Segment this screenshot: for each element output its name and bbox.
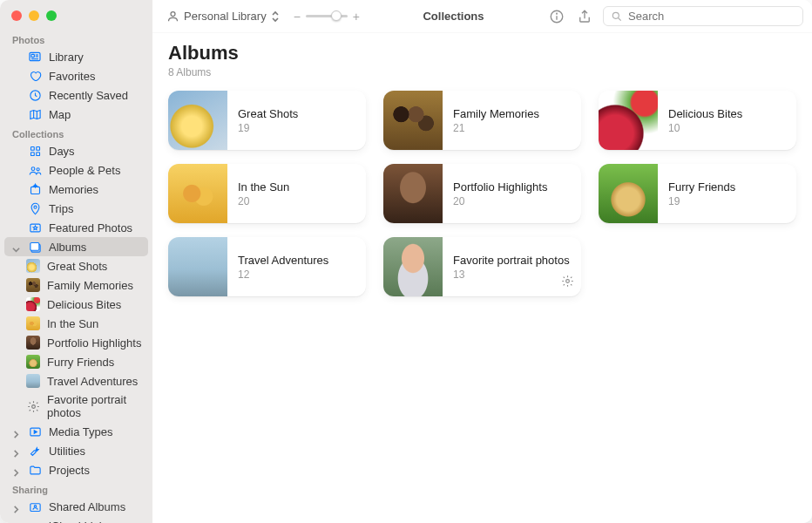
album-card-in-the-sun[interactable]: In the Sun20 — [168, 164, 366, 223]
album-count: 19 — [238, 122, 355, 134]
sidebar-item-favorites[interactable]: Favorites — [0, 66, 152, 85]
sidebar-item-label: Family Memories — [47, 279, 133, 292]
pin-icon — [28, 201, 42, 215]
svg-point-12 — [31, 166, 35, 170]
person-icon — [166, 10, 179, 23]
heart-icon — [28, 69, 42, 83]
sidebar-item-label: Library — [49, 51, 84, 64]
sidebar-album-delicious-bites[interactable]: Delicious Bites — [0, 295, 152, 314]
album-card-family-memories[interactable]: Family Memories21 — [383, 91, 581, 150]
album-thumbnail — [383, 237, 443, 296]
sidebar-item-label: iCloud Links — [49, 520, 111, 524]
share-button[interactable] — [575, 7, 594, 26]
album-card-great-shots[interactable]: Great Shots19 — [168, 91, 366, 150]
svg-point-22 — [34, 505, 37, 507]
sidebar-item-recently-saved[interactable]: Recently Saved — [0, 85, 152, 105]
zoom-out-icon[interactable]: − — [294, 10, 301, 24]
svg-point-15 — [33, 206, 36, 208]
sidebar-item-days[interactable]: Days — [0, 141, 152, 160]
sidebar-item-projects[interactable]: Projects — [0, 460, 152, 479]
gear-icon[interactable] — [561, 275, 574, 291]
sidebar-item-library[interactable]: Library — [0, 47, 152, 66]
sidebar-item-label: People & Pets — [49, 164, 120, 177]
zoom-in-icon[interactable]: + — [353, 10, 360, 24]
svg-rect-8 — [30, 146, 34, 150]
search-field[interactable] — [603, 6, 803, 26]
album-title: Delicious Bites — [668, 107, 786, 120]
sidebar-item-featured-photos[interactable]: Featured Photos — [0, 218, 152, 237]
sidebar-item-trips[interactable]: Trips — [0, 199, 152, 218]
sidebar-section-header: Photos — [0, 30, 152, 47]
album-thumbnail — [168, 237, 227, 296]
sidebar-item-albums[interactable]: Albums — [4, 237, 148, 256]
svg-line-28 — [619, 17, 621, 20]
share-icon — [577, 9, 592, 24]
chevron-right-icon[interactable] — [12, 428, 20, 436]
maximize-button[interactable] — [46, 10, 57, 21]
sidebar-item-people-pets[interactable]: People & Pets — [0, 160, 152, 180]
album-count: 10 — [668, 122, 786, 134]
sidebar-section-header: Sharing — [0, 479, 152, 497]
star-icon — [28, 221, 42, 234]
album-thumbnail — [383, 91, 443, 150]
album-card-body: Furry Friends19 — [658, 180, 796, 207]
clock-icon — [28, 88, 42, 102]
svg-point-19 — [31, 404, 35, 408]
close-button[interactable] — [11, 10, 22, 21]
album-icon — [28, 240, 42, 254]
sidebar-item-label: Great Shots — [47, 260, 107, 273]
album-card-body: Great Shots19 — [227, 107, 366, 134]
album-thumbnail — [383, 164, 443, 223]
album-thumb-icon — [26, 297, 40, 311]
info-icon — [549, 9, 565, 24]
album-title: Family Memories — [453, 107, 571, 120]
sidebar-album-favorite-portrait-photos[interactable]: Favorite portrait photos — [0, 391, 152, 422]
sidebar-item-label: Favorites — [49, 70, 95, 83]
sidebar-item-icloud-links[interactable]: iCloud Links — [0, 516, 152, 523]
sidebar-album-family-memories[interactable]: Family Memories — [0, 275, 152, 295]
zoom-slider-thumb[interactable] — [331, 10, 342, 21]
media-icon — [28, 425, 42, 438]
zoom-slider-track[interactable] — [306, 15, 348, 17]
album-thumb-icon — [26, 374, 40, 388]
album-card-body: Portfolio Highlights20 — [443, 180, 581, 207]
svg-rect-1 — [31, 54, 34, 57]
minimize-button[interactable] — [29, 10, 39, 21]
sidebar-item-utilities[interactable]: Utilities — [0, 441, 152, 460]
album-thumb-icon — [26, 316, 40, 330]
library-selector[interactable]: Personal Library — [161, 7, 285, 25]
sidebar-item-map[interactable]: Map — [0, 105, 152, 124]
chevron-down-icon[interactable] — [12, 243, 20, 251]
cloud-icon — [28, 519, 42, 523]
svg-rect-10 — [30, 152, 34, 155]
chevron-right-icon[interactable] — [12, 447, 20, 455]
sidebar-album-travel-adventures[interactable]: Travel Adventures — [0, 371, 152, 391]
album-card-furry-friends[interactable]: Furry Friends19 — [599, 164, 796, 223]
album-card-favorite-portrait-photos[interactable]: Favorite portrait photos13 — [383, 237, 581, 296]
sidebar-album-great-shots[interactable]: Great Shots — [0, 256, 152, 275]
sidebar-item-memories[interactable]: Memories — [0, 180, 152, 199]
album-count: 19 — [668, 195, 786, 207]
chevron-right-icon[interactable] — [12, 503, 20, 511]
search-input[interactable] — [628, 10, 795, 23]
sidebar-item-label: Portfolio Highlights — [47, 336, 141, 350]
sidebar-album-furry-friends[interactable]: Furry Friends — [0, 352, 152, 371]
sidebar-item-label: Shared Albums — [49, 500, 125, 513]
album-card-travel-adventures[interactable]: Travel Adventures12 — [168, 237, 366, 296]
sidebar-item-media-types[interactable]: Media Types — [0, 422, 152, 441]
chevron-up-down-icon — [271, 10, 280, 23]
info-button[interactable] — [547, 7, 566, 26]
zoom-control[interactable]: − + — [294, 10, 360, 24]
page-title: Albums — [168, 42, 796, 65]
sidebar-album-in-the-sun[interactable]: In the Sun — [0, 314, 152, 333]
album-thumbnail — [599, 164, 658, 223]
chevron-right-icon[interactable] — [12, 466, 20, 474]
sidebar-item-shared-albums[interactable]: Shared Albums — [0, 497, 152, 516]
shared-icon — [28, 499, 42, 513]
main-pane: Personal Library − + Collections Albums … — [152, 0, 812, 523]
album-card-portfolio-highlights[interactable]: Portfolio Highlights20 — [383, 164, 581, 223]
album-card-delicious-bites[interactable]: Delicious Bites10 — [599, 91, 796, 150]
album-card-body: In the Sun20 — [227, 180, 366, 207]
album-count: 21 — [453, 122, 571, 134]
sidebar-album-portfolio-highlights[interactable]: Portfolio Highlights — [0, 333, 152, 352]
